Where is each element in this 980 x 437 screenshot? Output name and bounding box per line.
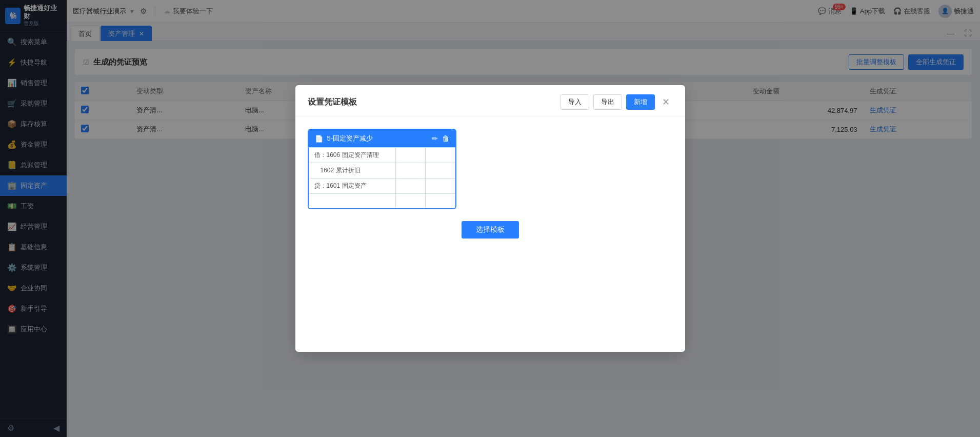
- main-area: 医疗器械行业演示 ▼ ⚙ ☁ 我要体验一下 💬 消息 99+ 📱 App下载 🎧…: [67, 0, 980, 437]
- modal-close-btn[interactable]: ✕: [659, 95, 673, 109]
- template-doc-icon: 📄: [315, 135, 323, 143]
- template-credit-label-1: 贷：1601 固定资产: [309, 178, 396, 194]
- template-col-1b: [425, 148, 455, 163]
- template-empty-row: [309, 194, 455, 208]
- template-card-header: 📄 5-固定资产减少 ✏ 🗑: [309, 130, 455, 147]
- template-empty-cell: [309, 194, 396, 208]
- modal-body: 📄 5-固定资产减少 ✏ 🗑: [295, 116, 685, 352]
- template-edit-icon[interactable]: ✏: [432, 134, 438, 143]
- modal-set-template: 设置凭证模板 导入 导出 新增 ✕ 📄 5-固定资产减少: [295, 85, 685, 352]
- select-template-wrap: 选择模板: [308, 221, 673, 239]
- content-area: ☑ 生成的凭证预览 批量调整模板 全部生成凭证 变动类型 资产名称 固定资产原值: [67, 41, 980, 437]
- template-debit-label-1: 借：1606 固定资产清理: [309, 148, 396, 163]
- modal-header: 设置凭证模板 导入 导出 新增 ✕: [295, 85, 685, 116]
- template-card-actions: ✏ 🗑: [432, 134, 449, 143]
- template-debit-label-2: 1602 累计折旧: [309, 163, 396, 178]
- template-credit-row-1: 贷：1601 固定资产: [309, 178, 455, 194]
- new-btn[interactable]: 新增: [626, 94, 655, 110]
- modal-header-actions: 导入 导出 新增 ✕: [561, 94, 673, 110]
- modal-title: 设置凭证模板: [308, 97, 357, 108]
- template-name: 5-固定资产减少: [327, 134, 373, 143]
- template-entries-table: 借：1606 固定资产清理 1602 累计折旧: [309, 147, 455, 208]
- import-btn[interactable]: 导入: [561, 94, 589, 110]
- modal-overlay: 设置凭证模板 导入 导出 新增 ✕ 📄 5-固定资产减少: [67, 41, 980, 437]
- template-col-2b: [425, 163, 455, 178]
- select-template-btn[interactable]: 选择模板: [462, 221, 519, 239]
- template-col-3a: [396, 178, 426, 194]
- template-debit-row-2: 1602 累计折旧: [309, 163, 455, 178]
- template-card-header-left: 📄 5-固定资产减少: [315, 134, 373, 143]
- template-body: 借：1606 固定资产清理 1602 累计折旧: [309, 147, 455, 208]
- template-debit-row-1: 借：1606 固定资产清理: [309, 148, 455, 163]
- template-col-3b: [425, 178, 455, 194]
- template-card: 📄 5-固定资产减少 ✏ 🗑: [308, 129, 456, 209]
- template-col-1a: [396, 148, 426, 163]
- template-delete-icon[interactable]: 🗑: [442, 134, 449, 143]
- export-btn[interactable]: 导出: [593, 94, 622, 110]
- template-col-2a: [396, 163, 426, 178]
